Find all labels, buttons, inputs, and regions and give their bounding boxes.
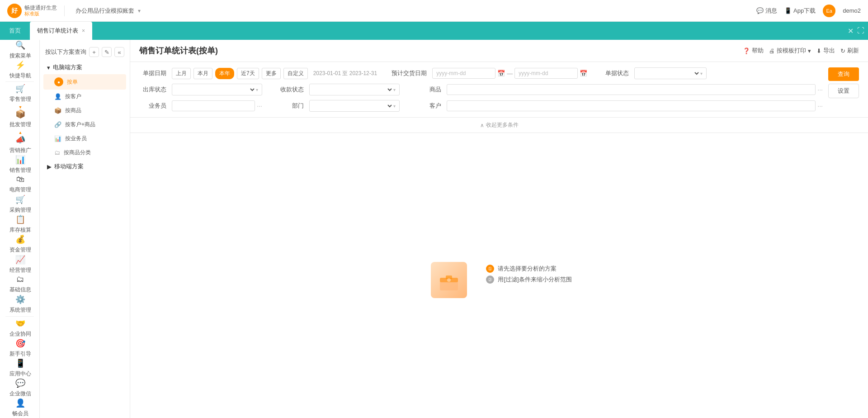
scheme-item-按单[interactable]: ● 按单 — [43, 74, 126, 90]
pc-scheme-label: 电脑端方案 — [53, 63, 82, 71]
sidebar-item-basic[interactable]: 🗂 基础信息 — [0, 274, 39, 294]
search-icon: 🔍 — [15, 40, 25, 50]
pc-scheme-header[interactable]: ▾ 电脑端方案 — [43, 61, 126, 74]
tip-num-1: ① — [486, 265, 494, 273]
edit-scheme-btn[interactable]: ✎ — [102, 47, 112, 57]
export-label: 导出 — [823, 47, 835, 55]
sidebar-item-enterprise[interactable]: 🤝 企业协同 — [0, 318, 39, 338]
payment-label: 收款状态 — [277, 86, 304, 94]
mobile-scheme-label: 移动端方案 — [54, 162, 84, 171]
app-download-action[interactable]: 📱 App下载 — [784, 7, 816, 15]
dept-select[interactable] — [313, 102, 393, 109]
goods-input[interactable] — [447, 84, 816, 95]
sidebar-item-member[interactable]: 👤 畅会员 — [0, 398, 39, 418]
sidebar-item-quick-nav[interactable]: ⚡ 快捷导航 — [0, 60, 39, 80]
help-action[interactable]: ❓ 帮助 — [743, 47, 764, 55]
payment-select-wrapper[interactable]: ▾ — [309, 84, 400, 95]
tab-home[interactable]: 首页 — [0, 22, 30, 40]
status-select-wrapper[interactable]: ▾ — [634, 67, 707, 79]
scheme-item-按客户商品[interactable]: 🔗 按客户+商品 — [43, 118, 126, 132]
sidebar-label-newbie: 新手引导 — [9, 350, 31, 358]
customer-input[interactable] — [447, 100, 816, 111]
user-avatar[interactable]: Ea — [823, 5, 835, 17]
settings-button[interactable]: 设置 — [828, 84, 859, 98]
scheme-badge-按单: ● — [54, 77, 63, 86]
box-svg — [438, 269, 460, 291]
goods-more-icon[interactable]: ··· — [817, 86, 823, 93]
expected-date-label: 预计交货日期 — [392, 69, 427, 77]
empty-tip-2-text: 用[过滤]条件来缩小分析范围 — [498, 276, 571, 284]
sidebar-label-retail: 零售管理 — [9, 95, 31, 103]
date-btn-last-7[interactable]: 近7天 — [237, 68, 259, 79]
scheme-label-按商品: 按商品 — [65, 107, 81, 114]
quick-nav-icon: ⚡ — [15, 60, 25, 70]
collapse-btn[interactable]: ∧ 收起更多条件 — [480, 121, 519, 129]
page-content: 销售订单统计表(按单) ❓ 帮助 🖨 按模板打印 ▾ ⬇ — [130, 40, 868, 418]
customer-more-icon[interactable]: ··· — [817, 102, 823, 109]
date-btn-custom[interactable]: 自定义 — [283, 68, 308, 79]
filter-actions: 查询 设置 — [828, 67, 859, 98]
sidebar-item-wholesale[interactable]: 📦 批发管理 ▲ — [0, 109, 39, 134]
date-range-text: 2023-01-01 至 2023-12-31 — [313, 70, 377, 77]
status-select[interactable] — [638, 70, 700, 77]
tab-bar: 首页 销售订单统计表 × ✕ ⛶ — [0, 22, 868, 40]
sidebar-item-operation[interactable]: 📈 经营管理 — [0, 254, 39, 274]
date-btn-more[interactable]: 更多 — [262, 68, 281, 79]
payment-select[interactable] — [313, 86, 393, 93]
print-action[interactable]: 🖨 按模板打印 ▾ — [769, 47, 811, 55]
scheme-icon-按客户商品: 🔗 — [54, 121, 61, 128]
sidebar-item-search[interactable]: 🔍 搜索菜单 — [0, 40, 39, 60]
collapse-panel-btn[interactable]: « — [114, 47, 124, 57]
sidebar-item-sales[interactable]: 📊 销售管理 — [0, 154, 39, 174]
sidebar-item-wechat[interactable]: 💬 企业微信 — [0, 378, 39, 398]
print-dropdown-arrow[interactable]: ▾ — [808, 48, 811, 54]
sidebar-item-newbie[interactable]: 🎯 新手引导 — [0, 338, 39, 358]
date-btn-this-month[interactable]: 本月 — [193, 68, 212, 79]
logo-area[interactable]: 好 畅捷通好生意 标准版 — [7, 4, 57, 18]
search-button[interactable]: 查询 — [828, 67, 859, 81]
date-btn-last-month[interactable]: 上月 — [172, 68, 191, 79]
dept-select-wrapper[interactable]: ▾ — [309, 100, 400, 112]
sidebar-item-finance[interactable]: 💰 资金管理 — [0, 234, 39, 254]
goods-label: 商品 — [414, 86, 441, 94]
expected-date-start[interactable] — [432, 68, 495, 79]
sidebar-item-appcenter[interactable]: 📱 应用中心 — [0, 358, 39, 378]
collapse-bar[interactable]: ∧ 收起更多条件 — [130, 118, 868, 133]
scheme-item-按商品分类[interactable]: 🗂 按商品分类 — [43, 146, 126, 160]
refresh-label: 刷新 — [847, 47, 859, 55]
window-maximize-btn[interactable]: ⛶ — [857, 27, 864, 35]
tab-close-icon[interactable]: × — [82, 28, 85, 34]
sidebar-item-marketing[interactable]: 📣 营销推广 — [0, 134, 39, 154]
sidebar-item-ecommerce[interactable]: 🛍 电商管理 — [0, 174, 39, 194]
refresh-action[interactable]: ↻ 刷新 — [840, 47, 859, 55]
delivery-select-wrapper[interactable]: ▾ — [172, 84, 262, 95]
export-action[interactable]: ⬇ 导出 — [816, 47, 835, 55]
date-btn-this-year[interactable]: 本年 — [215, 68, 234, 79]
sidebar-item-system[interactable]: ⚙️ 系统管理 — [0, 294, 39, 314]
add-scheme-btn[interactable]: + — [89, 47, 99, 57]
sidebar-label-member: 畅会员 — [12, 410, 28, 418]
payment-select-arrow: ▾ — [393, 87, 396, 92]
dept-select-arrow: ▾ — [393, 104, 396, 109]
mobile-scheme-header[interactable]: ▶ 移动端方案 — [43, 160, 126, 173]
delivery-select[interactable] — [176, 86, 256, 93]
sidebar-item-purchase[interactable]: 🛒 采购管理 — [0, 195, 39, 214]
sidebar-label-system: 系统管理 — [9, 306, 31, 314]
sidebar-item-inventory[interactable]: 📋 库存核算 — [0, 214, 39, 234]
scheme-item-按业务员[interactable]: 📊 按业务员 — [43, 132, 126, 146]
sidebar-item-retail[interactable]: 🛒 零售管理 ▼ — [0, 84, 39, 109]
empty-illustration — [426, 253, 472, 298]
system-icon: ⚙️ — [15, 294, 25, 304]
expected-date-end[interactable] — [514, 68, 578, 79]
salesman-more-icon[interactable]: ··· — [257, 102, 262, 109]
salesman-input[interactable] — [172, 100, 255, 111]
app-dropdown-arrow[interactable]: ▾ — [138, 8, 141, 14]
message-action[interactable]: 💬 消息 — [756, 7, 777, 15]
scheme-item-按商品[interactable]: 📦 按商品 — [43, 104, 126, 118]
scheme-item-按客户[interactable]: 👤 按客户 — [43, 90, 126, 104]
active-tab-label: 销售订单统计表 — [37, 27, 78, 35]
sidebar-label-quick-nav: 快捷导航 — [9, 72, 31, 80]
tab-sales-stats[interactable]: 销售订单统计表 × — [30, 22, 92, 40]
window-close-btn[interactable]: ✕ — [848, 27, 854, 35]
finance-icon: 💰 — [15, 234, 25, 244]
